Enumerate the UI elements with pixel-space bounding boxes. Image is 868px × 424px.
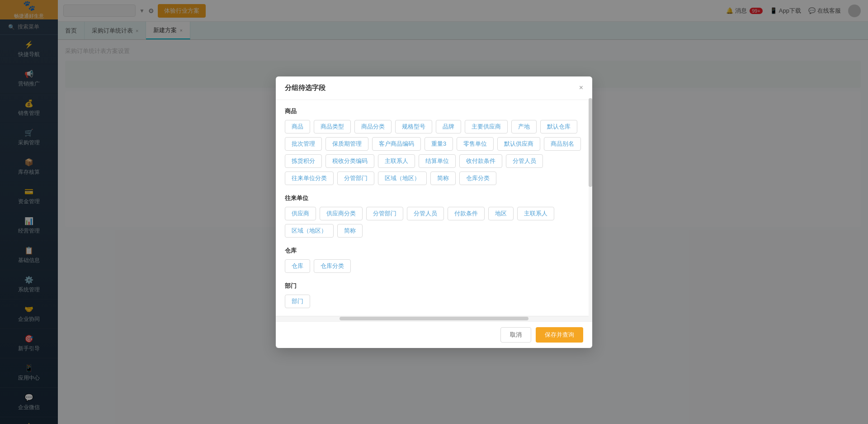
field-tag-weight3[interactable]: 重量3 bbox=[425, 137, 453, 151]
field-tag-dept-charge[interactable]: 分管部门 bbox=[366, 207, 403, 220]
field-tag-payment-cond[interactable]: 付款条件 bbox=[448, 207, 485, 220]
field-tag-shelf-life[interactable]: 保质期管理 bbox=[326, 137, 368, 151]
section-counterparty-title: 往来单位 bbox=[285, 194, 583, 202]
field-tag-supplier[interactable]: 供应商 bbox=[285, 207, 316, 220]
field-tag-payment-terms[interactable]: 收付款条件 bbox=[459, 154, 502, 168]
field-tag-brand[interactable]: 品牌 bbox=[436, 120, 461, 133]
field-tag-goods-type[interactable]: 商品类型 bbox=[314, 120, 351, 133]
section-goods: 商品 商品 商品类型 商品分类 规格型号 品牌 主要供应商 产地 默认仓库 批次… bbox=[285, 107, 583, 185]
modal-scrollbar-thumb bbox=[340, 317, 528, 320]
field-tag-warehouse[interactable]: 仓库 bbox=[285, 259, 310, 273]
modal-title: 分组待选字段 bbox=[285, 84, 326, 92]
confirm-button[interactable]: 保存并查询 bbox=[536, 327, 583, 343]
section-warehouse: 仓库 仓库 仓库分类 bbox=[285, 247, 583, 273]
modal-overlay: 分组待选字段 × 商品 商品 商品类型 商品分类 规格型号 品牌 主要供应商 产… bbox=[0, 0, 868, 424]
section-department: 部门 部门 bbox=[285, 282, 583, 308]
field-tag-customer-code[interactable]: 客户商品编码 bbox=[372, 137, 421, 151]
field-tag-default-supplier[interactable]: 默认供应商 bbox=[497, 137, 540, 151]
field-tag-main-contact-cp[interactable]: 主联系人 bbox=[517, 207, 554, 220]
section-department-tags: 部门 bbox=[285, 295, 583, 308]
field-tag-goods-category[interactable]: 商品分类 bbox=[354, 120, 392, 133]
field-tag-tax-code[interactable]: 税收分类编码 bbox=[326, 154, 374, 168]
field-tag-goods[interactable]: 商品 bbox=[285, 120, 310, 133]
field-tag-default-warehouse[interactable]: 默认仓库 bbox=[540, 120, 577, 133]
modal-vscroll-thumb bbox=[589, 98, 592, 187]
section-warehouse-tags: 仓库 仓库分类 bbox=[285, 259, 583, 273]
modal-vertical-scrollbar[interactable] bbox=[589, 98, 592, 321]
field-tag-department[interactable]: 部门 bbox=[285, 295, 310, 308]
field-tag-supplier-category[interactable]: 供应商分类 bbox=[320, 207, 363, 220]
modal-header: 分组待选字段 × bbox=[276, 76, 592, 100]
field-tag-warehouse-cat[interactable]: 仓库分类 bbox=[314, 259, 351, 273]
field-tag-partner-category[interactable]: 往来单位分类 bbox=[285, 172, 334, 185]
field-tag-supervisor[interactable]: 分管人员 bbox=[506, 154, 543, 168]
field-tag-goods-alias[interactable]: 商品别名 bbox=[544, 137, 581, 151]
field-tag-abbr-cp[interactable]: 简称 bbox=[337, 224, 363, 238]
field-tag-origin[interactable]: 产地 bbox=[511, 120, 537, 133]
field-tag-region[interactable]: 地区 bbox=[488, 207, 514, 220]
cancel-button[interactable]: 取消 bbox=[500, 327, 531, 343]
modal-body: 商品 商品 商品类型 商品分类 规格型号 品牌 主要供应商 产地 默认仓库 批次… bbox=[276, 100, 592, 316]
field-tag-dept-in-charge[interactable]: 分管部门 bbox=[337, 172, 374, 185]
field-tag-main-supplier[interactable]: 主要供应商 bbox=[465, 120, 508, 133]
section-department-title: 部门 bbox=[285, 282, 583, 290]
section-counterparty: 往来单位 供应商 供应商分类 分管部门 分管人员 付款条件 地区 主联系人 区域… bbox=[285, 194, 583, 238]
field-tag-settlement-unit[interactable]: 结算单位 bbox=[419, 154, 456, 168]
field-tag-warehouse-category[interactable]: 仓库分类 bbox=[459, 172, 496, 185]
field-tag-region-goods[interactable]: 区域（地区） bbox=[378, 172, 427, 185]
field-tag-batch-mgmt[interactable]: 批次管理 bbox=[285, 137, 322, 151]
field-tag-region-cp[interactable]: 区域（地区） bbox=[285, 224, 334, 238]
field-tag-staff-charge[interactable]: 分管人员 bbox=[407, 207, 444, 220]
section-counterparty-tags: 供应商 供应商分类 分管部门 分管人员 付款条件 地区 主联系人 区域（地区） … bbox=[285, 207, 583, 238]
field-tag-main-contact[interactable]: 主联系人 bbox=[378, 154, 415, 168]
section-goods-tags: 商品 商品类型 商品分类 规格型号 品牌 主要供应商 产地 默认仓库 批次管理 … bbox=[285, 120, 583, 185]
section-goods-title: 商品 bbox=[285, 107, 583, 115]
field-tag-retail-unit[interactable]: 零售单位 bbox=[457, 137, 494, 151]
field-tag-spec-model[interactable]: 规格型号 bbox=[395, 120, 432, 133]
field-tag-abbr-goods[interactable]: 简称 bbox=[430, 172, 456, 185]
modal-field-selector: 分组待选字段 × 商品 商品 商品类型 商品分类 规格型号 品牌 主要供应商 产… bbox=[276, 76, 592, 348]
modal-close-button[interactable]: × bbox=[579, 84, 583, 92]
modal-footer: 取消 保存并查询 bbox=[276, 321, 592, 348]
modal-horizontal-scrollbar[interactable] bbox=[276, 316, 592, 321]
field-tag-pick-points[interactable]: 拣货积分 bbox=[285, 154, 322, 168]
section-warehouse-title: 仓库 bbox=[285, 247, 583, 255]
